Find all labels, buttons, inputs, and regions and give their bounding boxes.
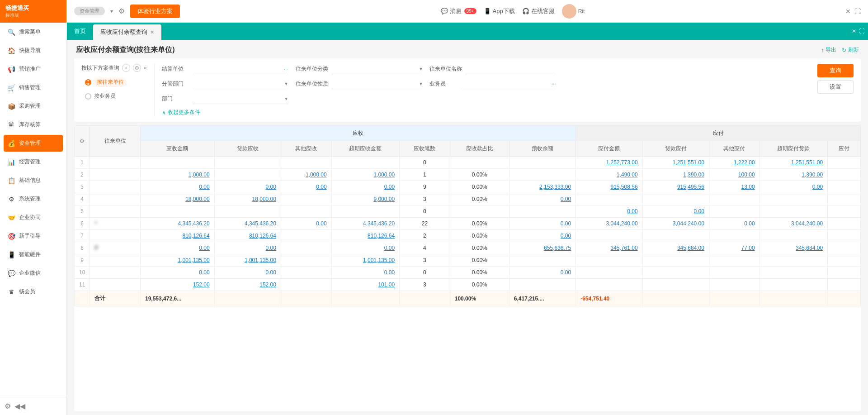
- advance-balance[interactable]: 2,153,333.00: [509, 181, 576, 193]
- ap-amount[interactable]: 1,252,773.00: [576, 157, 642, 169]
- loan-ap[interactable]: 3,044,240.00: [642, 218, 709, 230]
- overdue-ar[interactable]: 0.00: [331, 181, 399, 193]
- ar-amount[interactable]: 1,001,135.00: [141, 254, 215, 267]
- sidebar-item-销售管理[interactable]: 🛒销售管理: [0, 78, 66, 97]
- ap-last[interactable]: [828, 193, 861, 205]
- maximize-icon[interactable]: ⛶: [854, 8, 861, 15]
- other-ar[interactable]: [281, 267, 331, 279]
- other-ar[interactable]: 0.00: [281, 181, 331, 193]
- tab-restore-icon[interactable]: ⛶: [859, 28, 864, 34]
- partner-name-input[interactable]: [466, 64, 556, 74]
- col-settings[interactable]: ⚙: [75, 126, 90, 157]
- ap-last[interactable]: [828, 181, 861, 193]
- sidebar-item-经营管理[interactable]: 📊经营管理: [0, 153, 66, 171]
- loan-ar[interactable]: 0.00: [214, 242, 281, 254]
- loan-ar[interactable]: 18,000.00: [214, 193, 281, 205]
- overdue-ar[interactable]: 0.00: [331, 242, 399, 254]
- user-area[interactable]: Rit: [562, 4, 585, 19]
- ap-amount[interactable]: 915,508.56: [576, 181, 642, 193]
- other-ar[interactable]: [281, 254, 331, 267]
- footer-ap-total[interactable]: -654,751.40: [576, 291, 642, 306]
- other-ap[interactable]: [709, 254, 760, 267]
- division-dropdown[interactable]: ▾: [285, 95, 288, 102]
- message-item[interactable]: 💬 消息 99+: [441, 7, 476, 15]
- ap-last[interactable]: [828, 242, 861, 254]
- loan-ar[interactable]: 810,126.64: [214, 230, 281, 242]
- sidebar-item-基础信息[interactable]: 📋基础信息: [0, 171, 66, 190]
- trial-button[interactable]: 体验行业方案: [130, 5, 180, 18]
- advance-balance[interactable]: 0.00: [509, 193, 576, 205]
- loan-ap[interactable]: 0.00: [642, 205, 709, 218]
- other-ap[interactable]: 13.00: [709, 181, 760, 193]
- ap-last[interactable]: [828, 267, 861, 279]
- partner-category-dropdown[interactable]: ▾: [420, 66, 422, 72]
- ap-amount[interactable]: [576, 230, 642, 242]
- loan-ap[interactable]: [642, 267, 709, 279]
- other-ap[interactable]: 1,222.00: [709, 157, 760, 169]
- loan-ar[interactable]: 0.00: [214, 267, 281, 279]
- tab-close-icon[interactable]: ✕: [150, 29, 154, 35]
- query-method-partner[interactable]: 按往来单位: [81, 76, 147, 89]
- other-ap[interactable]: [709, 279, 760, 291]
- ap-last[interactable]: [828, 279, 861, 291]
- overdue-ar[interactable]: 4,345,436.20: [331, 218, 399, 230]
- ap-amount[interactable]: [576, 193, 642, 205]
- tab-close-window-icon[interactable]: ✕: [852, 28, 856, 34]
- loan-ar[interactable]: [214, 205, 281, 218]
- collapse-more-btn[interactable]: ∧ 收起更多条件: [162, 109, 200, 116]
- query-settings-btn[interactable]: ⚙: [133, 64, 141, 72]
- sidebar-item-营销推广[interactable]: 📢营销推广: [0, 60, 66, 78]
- other-ap[interactable]: [709, 193, 760, 205]
- other-ar[interactable]: 1,000.00: [281, 169, 331, 181]
- other-ar[interactable]: [281, 242, 331, 254]
- sidebar-item-采购管理[interactable]: 📦采购管理: [0, 97, 66, 115]
- other-ap[interactable]: 100.00: [709, 169, 760, 181]
- overdue-ap[interactable]: 1,390.00: [760, 169, 827, 181]
- advance-balance[interactable]: 0.00: [509, 218, 576, 230]
- loan-ap[interactable]: 1,251,551.00: [642, 157, 709, 169]
- overdue-ar[interactable]: 810,126.64: [331, 230, 399, 242]
- loan-ar[interactable]: [214, 169, 281, 181]
- ar-amount[interactable]: 18,000.00: [141, 193, 215, 205]
- ap-last[interactable]: [828, 169, 861, 181]
- other-ar[interactable]: [281, 157, 331, 169]
- ap-last[interactable]: [828, 157, 861, 169]
- ap-amount[interactable]: 3,044,240.00: [576, 218, 642, 230]
- ap-amount[interactable]: [576, 267, 642, 279]
- loan-ap[interactable]: 1,390.00: [642, 169, 709, 181]
- ap-last[interactable]: [828, 205, 861, 218]
- sidebar-item-畅会员[interactable]: ♛畅会员: [0, 282, 66, 301]
- footer-ar-total[interactable]: 19,553,472,6...: [141, 291, 215, 306]
- advance-balance[interactable]: [509, 205, 576, 218]
- collapse-query-btn[interactable]: «: [144, 65, 147, 71]
- overdue-ar[interactable]: 101.00: [331, 279, 399, 291]
- ar-amount[interactable]: 0.00: [141, 242, 215, 254]
- other-ap[interactable]: 77.00: [709, 242, 760, 254]
- advance-balance[interactable]: [509, 254, 576, 267]
- sidebar-item-系统管理[interactable]: ⚙系统管理: [0, 190, 66, 208]
- chevron-down-icon[interactable]: ▾: [110, 8, 113, 14]
- dept-dropdown[interactable]: ▾: [285, 81, 288, 87]
- partner-nature-dropdown[interactable]: ▾: [420, 81, 422, 87]
- ar-amount[interactable]: [141, 157, 215, 169]
- sidebar-collapse-icon[interactable]: ◀◀: [14, 402, 25, 410]
- ar-amount[interactable]: 0.00: [141, 267, 215, 279]
- advance-balance[interactable]: [509, 169, 576, 181]
- advance-balance[interactable]: 655,636.75: [509, 242, 576, 254]
- overdue-ap[interactable]: 0.00: [760, 181, 827, 193]
- sidebar-item-企业微信[interactable]: 💬企业微信: [0, 264, 66, 282]
- sidebar-item-企业协同[interactable]: 🤝企业协同: [0, 208, 66, 227]
- other-ap[interactable]: [709, 230, 760, 242]
- advance-balance[interactable]: 0.00: [509, 267, 576, 279]
- division-input[interactable]: [193, 94, 283, 104]
- sidebar-item-资金管理[interactable]: 💰资金管理: [4, 135, 63, 152]
- gear-icon[interactable]: ⚙: [118, 7, 125, 15]
- overdue-ap[interactable]: [760, 230, 827, 242]
- add-query-btn[interactable]: +: [122, 64, 130, 72]
- settlement-unit-input[interactable]: [193, 64, 282, 74]
- loan-ap[interactable]: [642, 279, 709, 291]
- app-download-item[interactable]: 📱 App下载: [484, 7, 515, 15]
- other-ap[interactable]: [709, 267, 760, 279]
- loan-ar[interactable]: 152.00: [214, 279, 281, 291]
- export-button[interactable]: ↑ 导出: [821, 46, 836, 54]
